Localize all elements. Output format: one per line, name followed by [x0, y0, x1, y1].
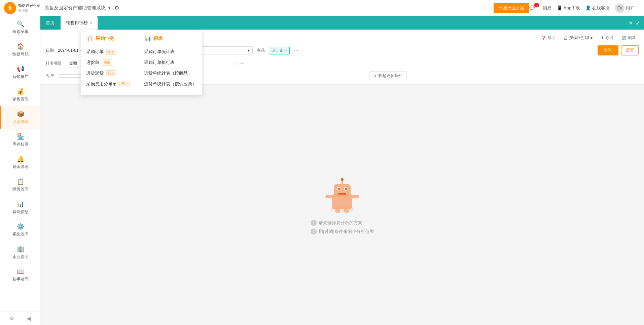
- dropdown-menu[interactable]: 📋 采购业务 采购订单 历史 进货单 历史 进货退货 历史: [81, 30, 202, 95]
- message-label: 消息: [543, 5, 551, 11]
- purchase-title-text: 采购业务: [96, 36, 114, 42]
- tab-close-window-btn[interactable]: ✕: [629, 20, 633, 26]
- tip-num-2: 2: [311, 229, 317, 235]
- sidebar-item-quick-nav[interactable]: 🏠 快捷导航: [0, 39, 40, 61]
- refresh-btn[interactable]: 🔄 刷新: [619, 34, 639, 42]
- settings-icon[interactable]: ⚙: [114, 5, 119, 11]
- svg-point-6: [345, 188, 347, 190]
- title-dropdown-icon[interactable]: ▾: [108, 6, 110, 10]
- purchase-icon: 📦: [17, 110, 24, 118]
- print-template-label: 按模板打印: [569, 35, 589, 41]
- tab-bar-right: ✕ ⤢: [629, 20, 644, 26]
- main-layout: 🔍 搜索菜单 🏠 快捷导航 📢 营销推广 💰 销售管理 📦 采购管理 🏪 库存核…: [0, 16, 644, 325]
- help-icon: ❓: [541, 36, 546, 40]
- settings-button[interactable]: 设置: [621, 45, 639, 55]
- user-avatar: Ea: [615, 3, 624, 13]
- print-dropdown-icon: ▾: [591, 36, 593, 40]
- tab-home[interactable]: 首页: [40, 16, 60, 30]
- experience-button[interactable]: 体验行业方案: [494, 3, 529, 13]
- goods-more-dots[interactable]: ···: [294, 47, 298, 53]
- goods-tag-close[interactable]: ✕: [285, 49, 287, 52]
- tab-sales-rank[interactable]: 销售排行榜 ×: [61, 16, 98, 30]
- sidebar-collapse-btn[interactable]: ◀: [27, 315, 31, 322]
- sidebar-item-purchase[interactable]: 📦 采购管理: [0, 106, 40, 129]
- query-button[interactable]: 查询: [598, 45, 618, 55]
- print-template-btn[interactable]: 🖨 按模板打印 ▾: [561, 34, 595, 42]
- empty-tip-2-text: 用[过滤]条件来缩小分析范围: [319, 229, 373, 235]
- svg-rect-7: [338, 193, 346, 195]
- empty-state: 1 请先选择要分析的方案 2 用[过滤]条件来缩小分析范围: [40, 85, 644, 325]
- toolbar-actions: ❓ 帮助 🖨 按模板打印 ▾ ⬆ 导出 🔄: [538, 34, 639, 42]
- top-bar: 6 畅捷通好生意 标准版 装备及固定资产辅助管理系统 ▾ ⚙ 体验行业方案 💬 …: [0, 0, 644, 16]
- date-label: 日期: [46, 48, 54, 53]
- inventory-icon: 🏪: [17, 133, 24, 140]
- sidebar-item-sales[interactable]: 💰 销售管理: [0, 84, 40, 106]
- query-action-btns: 查询 设置: [598, 45, 639, 55]
- sidebar-item-enterprise[interactable]: 🏢 企业协同: [0, 241, 40, 264]
- tab-maximize-btn[interactable]: ⤢: [636, 20, 640, 26]
- sales-icon: 💰: [17, 88, 24, 95]
- user-item[interactable]: Ea 用户: [615, 3, 635, 13]
- export-icon: ⬆: [601, 36, 604, 40]
- sidebar-label-purchase: 采购管理: [12, 119, 29, 125]
- sidebar-item-finance[interactable]: 🔔 资金管理: [0, 151, 40, 174]
- sidebar-item-operations[interactable]: 📋 经营管理: [0, 174, 40, 196]
- dropdown-inbound[interactable]: 进货单 历史: [86, 57, 139, 68]
- svg-rect-11: [352, 195, 359, 198]
- sidebar-settings-btn[interactable]: ⚙: [9, 315, 14, 322]
- svg-point-5: [338, 188, 340, 190]
- sidebar-label-guide: 新手引导: [12, 277, 29, 282]
- dropdown-purchase-order-label: 采购订单: [86, 49, 104, 55]
- dropdown-purchase-order-exec[interactable]: 采购订单执行表: [144, 57, 196, 68]
- sidebar-label-enterprise: 企业协同: [12, 254, 29, 260]
- sidebar-label-sales: 销售管理: [12, 96, 29, 102]
- dropdown-report-col: 📊 报表 采购订单统计表 采购订单执行表 进货单统计表（按商品） 进货单统计表（…: [144, 35, 196, 89]
- finance-icon: 🔔: [17, 155, 24, 163]
- empty-illustration: [322, 175, 362, 216]
- dropdown-purchase-order-stats[interactable]: 采购订单统计表: [144, 46, 196, 57]
- sidebar-item-search[interactable]: 🔍 搜索菜单: [0, 16, 40, 39]
- export-btn[interactable]: ⬆ 导出: [598, 34, 616, 42]
- sidebar-item-system[interactable]: ⚙️ 系统管理: [0, 219, 40, 241]
- system-icon: ⚙️: [17, 223, 24, 230]
- sidebar: 🔍 搜索菜单 🏠 快捷导航 📢 营销推广 💰 销售管理 📦 采购管理 🏪 库存核…: [0, 16, 40, 325]
- col-separator: [139, 35, 144, 89]
- sidebar-label-finance: 资金管理: [12, 164, 29, 170]
- search-icon: 🔍: [17, 20, 24, 28]
- online-service-item[interactable]: 👤 在线客服: [585, 5, 610, 11]
- dropdown-report-title: 📊 报表: [144, 35, 196, 42]
- dropdown-return[interactable]: 进货退货 历史: [86, 68, 139, 79]
- collapse-button[interactable]: ∧ 收起更多条件: [369, 71, 407, 80]
- sidebar-label-search: 搜索菜单: [12, 29, 29, 35]
- sidebar-item-basic-info[interactable]: 📊 基础信息: [0, 196, 40, 219]
- customer-label: 客户: [46, 73, 54, 79]
- collapse-label: 收起更多条件: [378, 73, 402, 79]
- user-label: 用户: [626, 5, 635, 11]
- top-right-area: 💬 5 消息 📱 App下载 👤 在线客服 Ea 用户: [529, 3, 640, 13]
- system-title-text: 装备及固定资产辅助管理系统: [44, 5, 106, 11]
- guide-icon: 📖: [17, 268, 24, 275]
- dropdown-expense[interactable]: 采购费用分摊单 历史: [86, 79, 139, 89]
- sidebar-item-inventory[interactable]: 🏪 库存核算: [0, 129, 40, 151]
- app-download-item[interactable]: 📱 App下载: [557, 5, 580, 11]
- sidebar-label-operations: 经营管理: [12, 187, 29, 192]
- brand-name: 畅捷通好生意: [18, 3, 40, 8]
- svg-point-9: [341, 178, 344, 181]
- dropdown-inbound-stats-supplier[interactable]: 进货单统计表（按供应商）: [144, 79, 196, 89]
- tip-num-1: 1: [311, 220, 317, 226]
- salesman-more-dots[interactable]: ···: [240, 60, 244, 67]
- megaphone-icon: 📢: [17, 65, 24, 73]
- dropdown-purchase-order[interactable]: 采购订单 历史: [86, 46, 139, 57]
- sidebar-item-marketing[interactable]: 📢 营销推广: [0, 61, 40, 84]
- print-icon: 🖨: [564, 36, 568, 40]
- dropdown-inbound-stats-goods[interactable]: 进货单统计表（按商品）: [144, 68, 196, 79]
- help-btn[interactable]: ❓ 帮助: [538, 34, 558, 42]
- dropdown-inbound-label: 进货单: [86, 59, 99, 66]
- tab-close-icon[interactable]: ×: [90, 21, 92, 25]
- collapse-up-icon: ∧: [374, 74, 377, 78]
- message-item[interactable]: 💬 5 消息: [529, 5, 551, 11]
- sidebar-item-guide[interactable]: 📖 新手引导: [0, 264, 40, 286]
- dropdown-purchase-title: 📋 采购业务: [86, 35, 139, 42]
- refresh-icon: 🔄: [621, 36, 627, 40]
- logo-icon: 6: [4, 2, 16, 14]
